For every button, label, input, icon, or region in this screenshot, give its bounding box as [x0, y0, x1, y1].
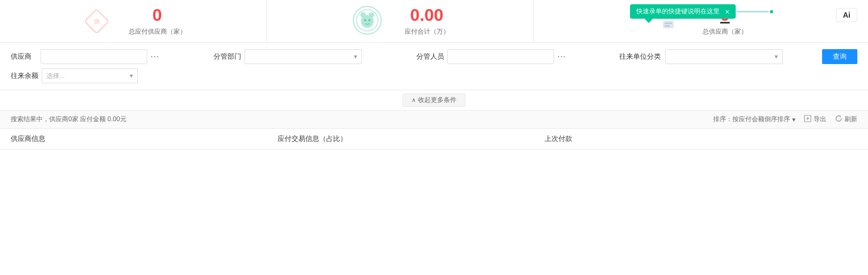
- refresh-label: 刷新: [845, 115, 857, 124]
- col-header-last-payment: 上次付款: [545, 134, 857, 144]
- col-header-supplier-info: 供应商信息: [11, 134, 278, 144]
- table-content: [0, 150, 868, 256]
- person-filter-label: 分管人员: [416, 52, 444, 61]
- sort-arrow-icon: ▾: [792, 116, 795, 123]
- stat-total-suppliers: 0 总供应商（家） 快速录单的快捷键说明在这里 × Ai: [534, 0, 868, 42]
- sort-label: 排序：按应付会额倒序排序: [713, 115, 790, 124]
- supplier-filter-dots[interactable]: ···: [151, 52, 159, 61]
- filter-group-unit-category: 往来单位分类 ▾: [619, 49, 817, 64]
- supplier-filter-label: 供应商: [11, 52, 37, 61]
- stat-value-payable-suppliers: 0: [153, 6, 162, 25]
- export-icon: [804, 115, 811, 124]
- person-filter-input[interactable]: [447, 49, 554, 64]
- diamond-icon: 供: [81, 5, 113, 37]
- tooltip-popup: 快速录单的快捷键说明在这里 ×: [630, 4, 736, 19]
- stat-payable-total-section: 0.00 应付合计（万）: [267, 0, 534, 42]
- svg-point-8: [368, 19, 370, 21]
- svg-rect-17: [665, 25, 670, 27]
- filter-bar: 供应商 ··· 分管部门 ▾ 分管人员 ··· 往来单位分类 ▾: [0, 43, 868, 90]
- query-button[interactable]: 查询: [822, 49, 857, 64]
- svg-point-7: [364, 19, 366, 21]
- svg-point-6: [361, 15, 374, 28]
- collapse-bar: ∧ 收起更多条件: [0, 90, 868, 111]
- collapse-button[interactable]: ∧ 收起更多条件: [403, 93, 465, 107]
- token-icon: [351, 4, 383, 38]
- filter-group-balance: 往来余额 选择... ▾: [11, 68, 182, 83]
- tooltip-close[interactable]: ×: [725, 7, 729, 16]
- unit-category-filter-label: 往来单位分类: [619, 52, 662, 61]
- unit-category-select-arrow: ▾: [775, 53, 778, 60]
- department-filter-select[interactable]: ▾: [244, 49, 362, 64]
- tooltip-text: 快速录单的快捷键说明在这里: [636, 7, 720, 16]
- export-label: 导出: [814, 115, 826, 124]
- export-button[interactable]: 导出: [804, 115, 826, 124]
- sort-select[interactable]: 排序：按应付会额倒序排序 ▾: [713, 115, 795, 124]
- collapse-icon: ∧: [412, 97, 416, 104]
- refresh-button[interactable]: 刷新: [835, 115, 857, 124]
- svg-rect-15: [663, 21, 674, 28]
- filter-group-supplier: 供应商 ···: [11, 49, 208, 64]
- department-filter-label: 分管部门: [214, 52, 241, 61]
- unit-category-filter-select[interactable]: ▾: [665, 49, 783, 64]
- stat-label-total-suppliers: 总供应商（家）: [703, 27, 747, 36]
- ai-button[interactable]: Ai: [836, 8, 857, 22]
- stat-label-payable-total: 应付合计（万）: [405, 27, 449, 36]
- results-info: 搜索结果中，供应商0家 应付金额 0.00元: [11, 115, 127, 124]
- department-select-arrow: ▾: [354, 53, 357, 60]
- balance-filter-select[interactable]: 选择... ▾: [42, 68, 138, 83]
- stat-total-payable-suppliers: 供 0 总应付供应商（家）: [0, 0, 267, 42]
- svg-rect-16: [665, 22, 672, 24]
- stat-label-payable-suppliers: 总应付供应商（家）: [129, 27, 186, 36]
- collapse-label: 收起更多条件: [418, 96, 456, 105]
- col-header-transaction-info: 应付交易信息（占比）: [278, 134, 545, 144]
- stats-bar: 供 0 总应付供应商（家） 0.00 应付合计（万）: [0, 0, 868, 43]
- balance-select-arrow: ▾: [130, 72, 133, 80]
- stat-value-payable-total: 0.00: [410, 6, 443, 25]
- balance-filter-label: 往来余额: [11, 71, 38, 81]
- filter-row-1: 供应商 ··· 分管部门 ▾ 分管人员 ··· 往来单位分类 ▾: [11, 49, 857, 64]
- refresh-icon: [835, 115, 842, 124]
- filter-group-department: 分管部门 ▾: [214, 49, 411, 64]
- filter-row-2: 往来余额 选择... ▾: [11, 68, 857, 83]
- results-bar: 搜索结果中，供应商0家 应付金额 0.00元 排序：按应付会额倒序排序 ▾ 导出: [0, 111, 868, 129]
- ai-button-area[interactable]: Ai: [836, 8, 857, 22]
- person-filter-dots[interactable]: ···: [557, 52, 566, 61]
- results-actions: 排序：按应付会额倒序排序 ▾ 导出 刷新: [713, 115, 857, 124]
- balance-select-placeholder: 选择...: [46, 72, 65, 81]
- table-header: 供应商信息 应付交易信息（占比） 上次付款: [0, 129, 868, 150]
- filter-group-person: 分管人员 ···: [416, 49, 614, 64]
- supplier-filter-input[interactable]: [41, 49, 147, 64]
- svg-text:供: 供: [93, 18, 99, 25]
